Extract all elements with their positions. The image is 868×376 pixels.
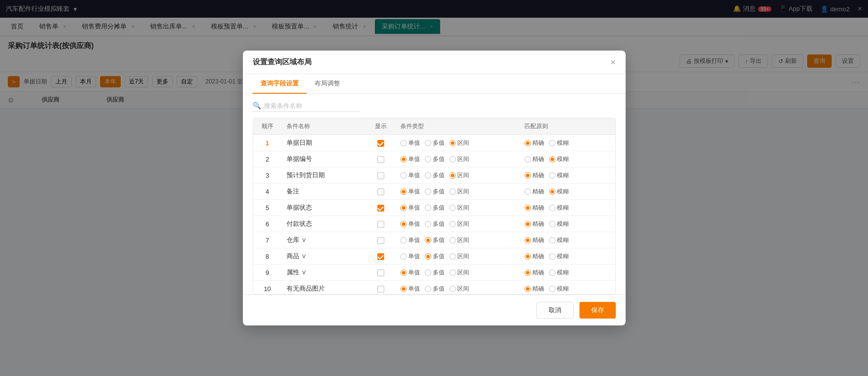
modal-header: 设置查询区域布局 × (243, 51, 626, 74)
search-input[interactable] (264, 102, 352, 109)
modal-title: 设置查询区域布局 (253, 57, 312, 67)
settings-modal: 设置查询区域布局 × 查询字段设置 布局调整 🔍 顺序 条件名称 (243, 51, 626, 108)
modal-tab-query-fields[interactable]: 查询字段设置 (253, 74, 307, 94)
modal-close-button[interactable]: × (610, 58, 616, 67)
modal-search-area: 🔍 (243, 94, 626, 108)
modal-tab-layout[interactable]: 布局调整 (307, 74, 348, 94)
modal-tabs: 查询字段设置 布局调整 (243, 74, 626, 94)
modal-overlay: 设置查询区域布局 × 查询字段设置 布局调整 🔍 顺序 条件名称 (0, 0, 868, 108)
search-icon: 🔍 (253, 102, 261, 108)
search-box: 🔍 (253, 100, 361, 108)
